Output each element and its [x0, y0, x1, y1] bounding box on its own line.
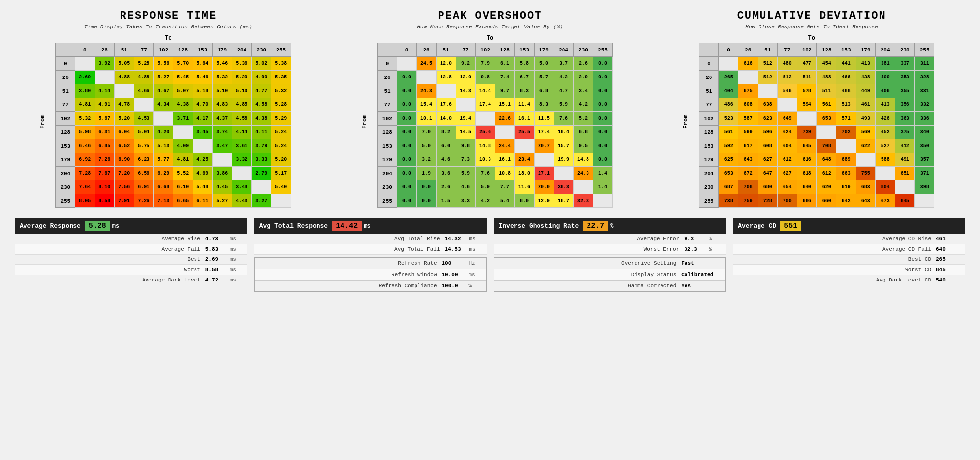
- total-response-stats-box: Avg Total Response 14.42 ms Avg Total Ri…: [254, 218, 487, 292]
- top-section: RESPONSE TIME Time Display Takes To Tran…: [10, 10, 970, 208]
- matrix-cell: [778, 98, 797, 112]
- matrix-cell: 5.8: [514, 57, 534, 71]
- matrix-cell: 7.67: [95, 167, 114, 180]
- response-to-label: To: [46, 35, 291, 42]
- matrix-cell: 14.0: [436, 112, 456, 126]
- response-time-title: RESPONSE TIME: [120, 10, 217, 22]
- matrix-cell: 5.45: [173, 71, 193, 84]
- matrix-cell: 625: [719, 153, 738, 167]
- peak-overshoot-matrix-container: To From 0265177102128153179204230255024.…: [368, 35, 613, 208]
- matrix-cell: 653: [719, 167, 738, 180]
- matrix-cell: 4.81: [75, 98, 95, 112]
- matrix-cell: 400: [876, 71, 895, 84]
- matrix-cell: 617: [738, 139, 758, 153]
- matrix-cell: 5.9: [475, 180, 495, 194]
- matrix-cell: 3.61: [232, 139, 251, 153]
- matrix-cell: 3.27: [251, 194, 271, 208]
- stats-row-value: 4.72: [205, 277, 230, 283]
- matrix-cell: 17.4: [534, 126, 554, 139]
- matrix-cell: 1.4: [593, 167, 612, 180]
- matrix-cell: 0.0: [593, 84, 612, 98]
- matrix-cell: 3.32: [232, 153, 251, 167]
- response-from-label: From: [39, 114, 46, 128]
- matrix-cell: 9.5: [573, 139, 593, 153]
- cumulative-deviation-matrix-container: To From 02651771021281531792042302550616…: [689, 35, 934, 208]
- stats-row-value: 461: [936, 236, 960, 242]
- matrix-cell: 18.0: [514, 167, 534, 180]
- matrix-cell: 14.5: [456, 126, 475, 139]
- matrix-cell: 4.81: [173, 153, 193, 167]
- refresh-row: Refresh Compliance100.0%: [255, 281, 486, 291]
- matrix-cell: 638: [758, 98, 778, 112]
- matrix-cell: 5.28: [271, 98, 291, 112]
- matrix-cell: 648: [817, 153, 836, 167]
- stats-row-value: 640: [936, 246, 960, 252]
- matrix-cell: 441: [836, 57, 856, 71]
- matrix-cell: 5.24: [271, 126, 291, 139]
- matrix-cell: 4.69: [193, 167, 212, 180]
- total-response-header-label: Avg Total Response: [259, 222, 328, 230]
- matrix-cell: 371: [915, 167, 934, 180]
- matrix-cell: 643: [856, 194, 876, 208]
- matrix-cell: 6.91: [134, 180, 153, 194]
- matrix-row-header: 77: [377, 98, 397, 112]
- overdrive-row-value: Calibrated: [681, 272, 720, 278]
- matrix-cell: 3.2: [416, 153, 436, 167]
- matrix-cell: [895, 180, 915, 194]
- matrix-cell: 4.66: [134, 84, 153, 98]
- matrix-cell: 357: [915, 153, 934, 167]
- matrix-cell: 5.32: [212, 71, 232, 84]
- matrix-cell: 686: [797, 194, 817, 208]
- matrix-cell: [719, 57, 738, 71]
- ghosting-stats-rows: Average Error9.3%Worst Error32.3%: [494, 234, 726, 255]
- matrix-cell: 8.58: [95, 194, 114, 208]
- matrix-cell: 4.09: [173, 139, 193, 153]
- matrix-cell: 5.02: [251, 57, 271, 71]
- stats-row: Average Error9.3%: [494, 234, 726, 244]
- matrix-cell: 15.4: [416, 98, 436, 112]
- matrix-col-header: 128: [173, 43, 193, 57]
- matrix-cell: 0.0: [397, 84, 416, 98]
- matrix-cell: 10.1: [416, 112, 436, 126]
- matrix-cell: 461: [856, 98, 876, 112]
- matrix-cell: 6.31: [95, 126, 114, 139]
- matrix-cell: 4.2: [573, 98, 593, 112]
- matrix-row-header: 128: [377, 126, 397, 139]
- matrix-cell: 5.46: [212, 57, 232, 71]
- matrix-cell: 4.20: [153, 126, 173, 139]
- ghosting-stats-box: Inverse Ghosting Rate 22.7 % Average Err…: [494, 218, 726, 292]
- matrix-cell: 4.2: [475, 194, 495, 208]
- matrix-col-header: 102: [475, 43, 495, 57]
- matrix-cell: 5.48: [193, 180, 212, 194]
- matrix-col-header: [55, 43, 75, 57]
- matrix-cell: 350: [915, 139, 934, 153]
- matrix-cell: 328: [915, 71, 934, 84]
- matrix-cell: 381: [876, 57, 895, 71]
- peak-overshoot-panel: PEAK OVERSHOOT How Much Response Exceeds…: [332, 10, 649, 208]
- matrix-cell: 6.92: [75, 153, 95, 167]
- matrix-cell: 22.6: [495, 112, 514, 126]
- matrix-cell: 14.3: [456, 84, 475, 98]
- matrix-cell: 3.47: [212, 139, 232, 153]
- matrix-cell: 8.3: [534, 98, 554, 112]
- matrix-cell: 1.9: [416, 167, 436, 180]
- matrix-cell: 649: [778, 112, 797, 126]
- matrix-row-header: 102: [55, 112, 75, 126]
- cd-header-value: 551: [780, 221, 801, 231]
- matrix-cell: 5.7: [534, 71, 554, 84]
- matrix-cell: 3.7: [554, 57, 573, 71]
- matrix-cell: 596: [758, 126, 778, 139]
- matrix-cell: 6.8: [534, 84, 554, 98]
- matrix-cell: 4.70: [193, 98, 212, 112]
- matrix-cell: 5.20: [232, 71, 251, 84]
- stats-row-label: Best CD: [738, 256, 936, 262]
- overdrive-row: Gamma CorrectedYes: [494, 281, 726, 291]
- matrix-cell: 7.7: [495, 180, 514, 194]
- matrix-cell: 5.35: [271, 71, 291, 84]
- ghosting-header-unit: %: [610, 223, 613, 230]
- matrix-cell: 4.34: [153, 98, 173, 112]
- matrix-cell: 7.9: [475, 57, 495, 71]
- matrix-cell: 620: [817, 180, 836, 194]
- matrix-cell: 5.36: [232, 57, 251, 71]
- stats-row-label: Average Fall: [20, 246, 205, 252]
